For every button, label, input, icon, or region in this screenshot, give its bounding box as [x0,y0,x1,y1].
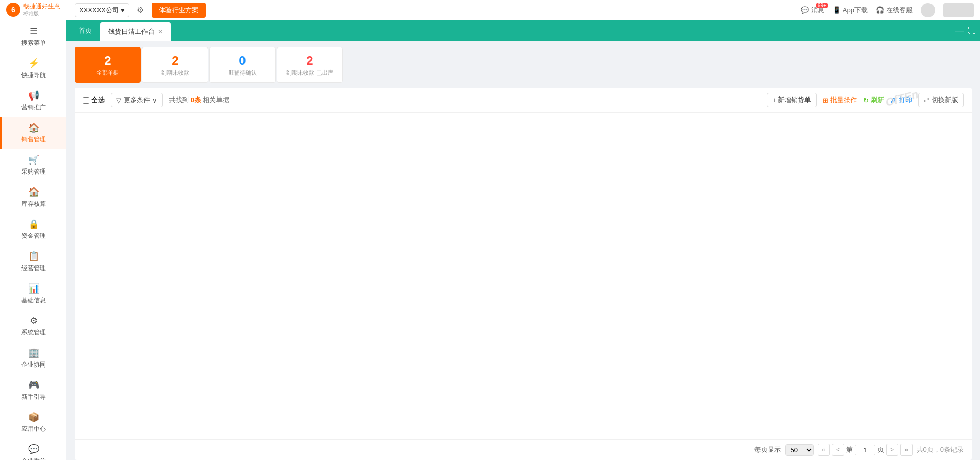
app-download-label: App下载 [843,6,868,15]
message-button[interactable]: 💬 消息 99+ [801,6,824,15]
sidebar: ☰ 搜索菜单 ⚡ 快捷导航 📢 营销推广 🏠 销售管理 🛒 采购管理 🏠 库存核… [0,20,66,460]
sidebar-guide-label: 新手引导 [21,393,46,401]
sidebar-item-purchase[interactable]: 🛒 采购管理 [0,149,66,181]
prev-page-button[interactable]: < [832,444,844,456]
tab-workbench-label: 钱货日清工作台 [108,27,155,36]
sidebar-item-search[interactable]: ☰ 搜索菜单 [0,20,66,53]
page-suffix: 页 [877,445,884,454]
per-page-select[interactable]: 50 20 100 [785,444,814,456]
toolbar: 全选 ▽ 更多条件 ∨ 共找到 0条 相关单据 + 新增销货单 [75,88,972,113]
download-icon: 📱 [832,6,841,14]
sidebar-item-sales[interactable]: 🏠 销售管理 [0,117,66,149]
sidebar-item-quick-nav[interactable]: ⚡ 快捷导航 [0,53,66,85]
new-sales-button[interactable]: + 新增销货单 [767,93,817,107]
last-page-button[interactable]: » [900,444,913,456]
batch-operation-button[interactable]: ⊞ 批量操作 [823,95,857,105]
toolbar-right: + 新增销货单 ⊞ 批量操作 ↻ 刷新 🖨 打印 ⇄ [767,93,964,107]
tab-maximize-icon[interactable]: ⛶ [968,26,976,35]
stat-overdue[interactable]: 2 到期未收款 [142,47,208,83]
message-badge: 99+ [816,3,828,8]
next-page-button[interactable]: > [886,444,898,456]
logo-text-group: 畅捷通好生意 标准版 [23,3,60,17]
app-download-button[interactable]: 📱 App下载 [832,6,868,15]
sidebar-item-marketing[interactable]: 📢 营销推广 [0,85,66,117]
quick-nav-icon: ⚡ [28,58,39,69]
stat-all-label: 全部单据 [96,69,119,77]
content-area: 首页 钱货日清工作台 ✕ — ⛶ 2 全部单据 2 到期未收款 [66,20,980,460]
sidebar-item-finance[interactable]: 🔒 资金管理 [0,213,66,246]
company-selector[interactable]: XXXXXX公司 ▾ [75,3,129,17]
refresh-button[interactable]: ↻ 刷新 [863,95,884,105]
sidebar-item-system[interactable]: ⚙ 系统管理 [0,310,66,342]
sidebar-item-guide[interactable]: 🎮 新手引导 [0,374,66,406]
sidebar-item-operations[interactable]: 📋 经营管理 [0,246,66,278]
filter-button[interactable]: ▽ 更多条件 ∨ [111,93,163,107]
operations-icon: 📋 [28,251,39,262]
online-service-button[interactable]: 🎧 在线客服 [876,6,913,15]
toolbar-left: 全选 ▽ 更多条件 ∨ 共找到 0条 相关单据 [83,93,761,107]
sidebar-item-app-center[interactable]: 📦 应用中心 [0,406,66,439]
stat-pending[interactable]: 0 旺辅待确认 [209,47,276,83]
new-btn-label: + 新增销货单 [772,95,811,105]
basic-icon: 📊 [28,283,39,294]
stat-pending-num: 0 [239,54,246,68]
trial-button[interactable]: 体验行业方案 [152,3,206,18]
result-text: 共找到 0条 相关单据 [169,95,229,105]
settings-button[interactable]: ⚙ [133,3,148,17]
tab-close-icon[interactable]: ✕ [158,28,163,35]
online-service-label: 在线客服 [886,6,913,15]
logo-icon: 6 [6,3,20,17]
marketing-icon: 📢 [28,90,39,101]
result-count: 0条 [191,96,201,104]
logo-name: 畅捷通好生意 [23,3,60,10]
avatar[interactable] [921,3,935,17]
tab-minimize-icon[interactable]: — [955,26,964,35]
search-menu-icon: ☰ [30,26,38,37]
sidebar-inventory-label: 库存核算 [21,200,46,208]
sidebar-purchase-label: 采购管理 [21,167,46,176]
main-layout: ☰ 搜索菜单 ⚡ 快捷导航 📢 营销推广 🏠 销售管理 🛒 采购管理 🏠 库存核… [0,20,980,460]
header-right: 💬 消息 99+ 📱 App下载 🎧 在线客服 [801,3,974,17]
first-page-button[interactable]: « [818,444,830,456]
stats-row: 2 全部单据 2 到期未收款 0 旺辅待确认 2 到期未收款 已出库 [66,41,980,83]
tab-workbench[interactable]: 钱货日清工作台 ✕ [100,22,171,41]
per-page-label: 每页显示 [754,445,781,454]
app-center-icon: 📦 [28,411,39,423]
stat-overdue-shipped-label: 到期未收款 已出库 [286,69,333,77]
switch-version-button[interactable]: ⇄ 切换新版 [918,93,964,107]
sidebar-quick-nav-label: 快捷导航 [21,71,46,80]
sidebar-item-wechat[interactable]: 💬 企业微信 [0,439,66,460]
company-name: XXXXXX公司 [79,6,119,15]
print-label: 打印 [899,95,912,105]
sidebar-finance-label: 资金管理 [21,232,46,240]
select-all-checkbox[interactable]: 全选 [83,95,105,105]
print-button[interactable]: 🖨 打印 [890,95,912,105]
switch-label: 切换新版 [932,96,958,104]
sidebar-app-center-label: 应用中心 [21,425,46,433]
sidebar-item-inventory[interactable]: 🏠 库存核算 [0,181,66,213]
filter-icon: ▽ [116,96,121,104]
system-icon: ⚙ [30,315,38,326]
page-number-input[interactable] [855,445,875,455]
page-nav: « < 第 页 > » [818,444,913,456]
stat-all[interactable]: 2 全部单据 [75,47,141,83]
stat-overdue-num: 2 [172,54,178,68]
page-label: 第 [846,445,853,454]
result-suffix: 相关单据 [203,96,229,104]
page-total: 共0页，0条记录 [917,445,964,454]
page-content: 2 全部单据 2 到期未收款 0 旺辅待确认 2 到期未收款 已出库 [66,41,980,460]
tab-bar: 首页 钱货日清工作台 ✕ — ⛶ [66,20,980,41]
table-area [75,113,972,439]
select-all-input[interactable] [83,97,89,104]
select-all-label: 全选 [91,95,105,105]
top-header: 6 畅捷通好生意 标准版 XXXXXX公司 ▾ ⚙ 体验行业方案 💬 消息 99… [0,0,980,20]
refresh-label: 刷新 [871,95,884,105]
sidebar-marketing-label: 营销推广 [21,103,46,112]
tab-home[interactable]: 首页 [70,20,100,41]
stat-overdue-label: 到期未收款 [161,69,189,77]
guide-icon: 🎮 [28,379,39,391]
stat-overdue-shipped[interactable]: 2 到期未收款 已出库 [277,47,343,83]
sidebar-item-enterprise[interactable]: 🏢 企业协同 [0,342,66,374]
sidebar-item-basic[interactable]: 📊 基础信息 [0,278,66,310]
user-name[interactable] [943,3,974,17]
